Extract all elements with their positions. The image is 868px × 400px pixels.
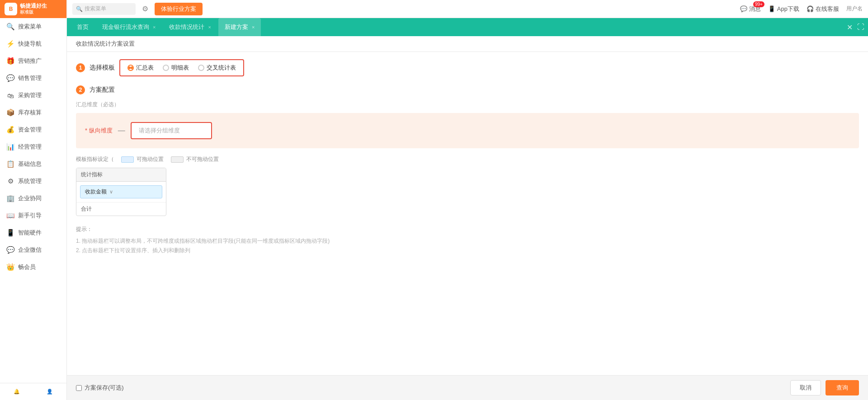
bag-icon: 🛍 <box>6 92 14 99</box>
sidebar-item-marketing[interactable]: 🎁 营销推广 <box>0 52 66 70</box>
cancel-button[interactable]: 取消 <box>790 380 821 395</box>
metrics-tag-amount[interactable]: 收款金额 ∨ <box>80 185 162 198</box>
sidebar-item-sales[interactable]: 💬 销售管理 <box>0 70 66 87</box>
sidebar-item-label: 库存核算 <box>18 108 42 117</box>
dimension-label: 汇总维度（必选） <box>76 101 859 108</box>
radio-circle-detail <box>163 65 169 71</box>
message-icon: 💬 <box>740 5 747 12</box>
step1-header: 1 选择模板 汇总表 明细表 <box>76 59 859 76</box>
tabbar-right: ✕ ⛶ <box>847 23 864 32</box>
tab-home[interactable]: 首页 <box>71 18 95 36</box>
metrics-header: 统计指标 <box>76 168 166 182</box>
tab-receipts[interactable]: 收款情况统计 × <box>163 18 217 36</box>
dimension-arrow: — <box>118 127 125 135</box>
sidebar-bottom-btn-2[interactable]: 👤 <box>45 387 55 396</box>
dimension-area: * 纵向维度 — 请选择分组维度 <box>76 113 859 148</box>
sidebar-item-finance[interactable]: 💰 资金管理 <box>0 121 66 138</box>
sidebar-item-guide[interactable]: 📖 新手引导 <box>0 207 66 224</box>
user-info[interactable]: 用户名 <box>846 5 863 13</box>
content: 收款情况统计方案设置 1 选择模板 汇总表 <box>67 36 868 400</box>
book-icon: 📖 <box>6 212 14 220</box>
download-icon: 📱 <box>768 5 775 12</box>
settings-icon[interactable]: ⚙ <box>140 5 150 13</box>
tab-new-plan[interactable]: 新建方案 × <box>218 18 261 36</box>
legend-draggable: 可拖动位置 <box>121 155 164 163</box>
breadcrumb: 收款情况统计方案设置 <box>67 36 868 52</box>
tab-bank[interactable]: 现金银行流水查询 × <box>96 18 162 36</box>
draggable-legend-box <box>121 156 134 163</box>
service-badge[interactable]: 🎧 在线客服 <box>807 5 839 13</box>
tab-close-receipts[interactable]: × <box>208 24 211 30</box>
trial-button[interactable]: 体验行业方案 <box>155 3 203 15</box>
sidebar-bottom-btn-1[interactable]: 🔔 <box>12 387 22 396</box>
crown-icon: 👑 <box>6 263 14 271</box>
app-logo: B 畅捷通好生 标准版 <box>0 0 66 18</box>
query-button[interactable]: 查询 <box>826 380 859 395</box>
building-icon: 🏢 <box>6 194 14 202</box>
metrics-config-label: 模板指标设定（ <box>76 155 114 163</box>
sidebar-item-label: 资金管理 <box>18 126 42 134</box>
sidebar-item-label: 系统管理 <box>18 177 42 185</box>
sidebar-item-basic[interactable]: 📋 基础信息 <box>0 155 66 173</box>
content-body: 1 选择模板 汇总表 明细表 <box>67 52 868 375</box>
metrics-table: 统计指标 收款金额 ∨ 合计 <box>76 168 166 216</box>
sidebar-item-enterprise[interactable]: 🏢 企业协同 <box>0 190 66 207</box>
sidebar-item-label: 采购管理 <box>18 91 42 99</box>
sidebar-item-quicknav[interactable]: ⚡ 快捷导航 <box>0 35 66 52</box>
expand-icon[interactable]: ⛶ <box>857 23 864 31</box>
dimension-input[interactable]: 请选择分组维度 <box>131 122 212 139</box>
sidebar-item-wechat[interactable]: 💬 企业微信 <box>0 241 66 259</box>
tips-title: 提示： <box>76 225 859 235</box>
sidebar-item-purchase[interactable]: 🛍 采购管理 <box>0 87 66 104</box>
sidebar: B 畅捷通好生 标准版 🔍 搜索菜单 ⚡ 快捷导航 🎁 营销推广 💬 销售管理 … <box>0 0 67 400</box>
save-checkbox-input[interactable] <box>76 385 82 391</box>
radio-circle-cross <box>198 65 204 71</box>
tab-close-bank[interactable]: × <box>153 24 156 30</box>
fixed-legend-box <box>171 156 184 163</box>
chart-icon: 📊 <box>6 143 14 151</box>
service-label: 在线客服 <box>816 5 839 13</box>
sidebar-item-label: 搜索菜单 <box>18 23 42 31</box>
step1-badge: 1 <box>76 63 85 72</box>
step2-header: 2 方案配置 <box>76 85 859 94</box>
box-icon: 📦 <box>6 108 14 117</box>
download-badge[interactable]: 📱 App下载 <box>768 5 799 13</box>
tabbar: 首页 现金银行流水查询 × 收款情况统计 × 新建方案 × ✕ ⛶ <box>67 18 868 36</box>
close-window-icon[interactable]: ✕ <box>847 23 853 32</box>
sidebar-item-inventory[interactable]: 📦 库存核算 <box>0 104 66 121</box>
search-icon: 🔍 <box>76 6 83 12</box>
step2-title: 方案配置 <box>90 86 115 94</box>
gift-icon: 🎁 <box>6 57 14 65</box>
save-option-checkbox[interactable]: 方案保存(可选) <box>76 384 124 392</box>
radio-cross[interactable]: 交叉统计表 <box>198 64 236 72</box>
phone-icon: 📱 <box>6 229 14 237</box>
logo-icon: B <box>5 3 17 15</box>
sidebar-item-hardware[interactable]: 📱 智能硬件 <box>0 224 66 241</box>
list-icon: 📋 <box>6 160 14 168</box>
radio-summary[interactable]: 汇总表 <box>127 64 154 72</box>
dimension-row: * 纵向维度 — 请选择分组维度 <box>85 122 850 139</box>
template-radio-group: 汇总表 明细表 交叉统计表 <box>119 59 244 76</box>
legend-fixed: 不可拖动位置 <box>171 155 219 163</box>
step2-badge: 2 <box>76 85 85 94</box>
message-count: 99+ <box>753 1 764 7</box>
metrics-label-row: 模板指标设定（ 可拖动位置 不可拖动位置 <box>76 155 859 163</box>
chat-icon: 💬 <box>6 74 14 82</box>
wechat-icon: 💬 <box>6 246 14 254</box>
tab-close-new-plan[interactable]: × <box>252 24 255 30</box>
sidebar-item-label: 智能硬件 <box>18 229 42 237</box>
sidebar-item-label: 基础信息 <box>18 160 42 168</box>
search-box[interactable]: 🔍 搜索菜单 <box>72 3 136 15</box>
money-icon: 💰 <box>6 126 14 134</box>
search-icon: 🔍 <box>6 23 14 31</box>
radio-detail[interactable]: 明细表 <box>163 64 189 72</box>
sidebar-item-member[interactable]: 👑 畅会员 <box>0 259 66 276</box>
sidebar-item-system[interactable]: ⚙ 系统管理 <box>0 173 66 190</box>
footer-actions: 取消 查询 <box>790 380 859 395</box>
sidebar-item-label: 销售管理 <box>18 74 42 82</box>
sidebar-item-search[interactable]: 🔍 搜索菜单 <box>0 18 66 35</box>
sidebar-item-label: 经营管理 <box>18 143 42 151</box>
message-badge[interactable]: 💬 消息 99+ <box>740 5 761 13</box>
footer: 方案保存(可选) 取消 查询 <box>67 375 868 400</box>
sidebar-item-operations[interactable]: 📊 经营管理 <box>0 138 66 155</box>
